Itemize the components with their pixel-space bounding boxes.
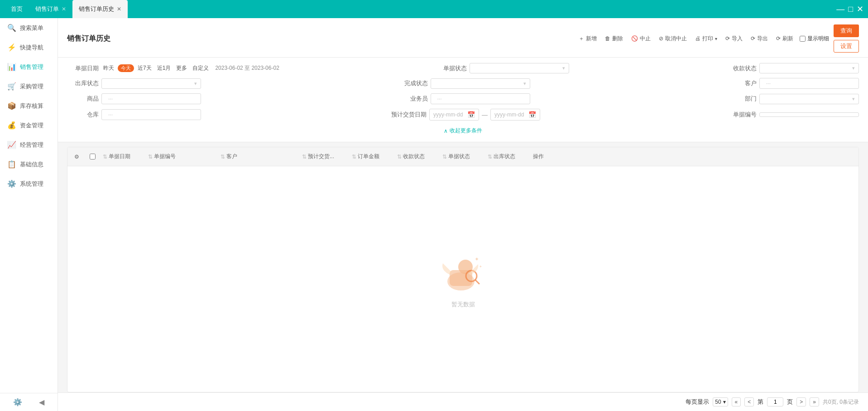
salesman-input[interactable]: ···: [431, 93, 530, 104]
th-no[interactable]: ⇅ 单据编号: [144, 151, 217, 162]
sidebar-collapse-icon[interactable]: ◀: [39, 398, 44, 406]
current-page-input[interactable]: [767, 397, 783, 406]
window-maximize-btn[interactable]: □: [848, 5, 853, 14]
stop-btn[interactable]: 🚫 中止: [629, 34, 652, 44]
stop-label: 中止: [640, 35, 651, 43]
receipt-status-select[interactable]: ▾: [759, 63, 859, 73]
date-btn-today[interactable]: 今天: [118, 64, 134, 72]
date-filter-label: 单据日期: [67, 64, 99, 73]
bill-no-input[interactable]: [759, 112, 859, 117]
th-action: 操作: [529, 151, 858, 162]
goods-input[interactable]: ···: [101, 93, 201, 104]
th-gear[interactable]: ⚙: [67, 152, 86, 162]
th-amount[interactable]: ⇅ 订单金额: [348, 151, 393, 162]
sidebar-item-operations[interactable]: 📈 经营管理: [0, 135, 58, 155]
tab-sales-order-label: 销售订单: [35, 5, 59, 13]
warehouse-ellipsis[interactable]: ···: [108, 111, 113, 118]
th-customer[interactable]: ⇅ 客户: [217, 151, 298, 162]
cancel-stop-btn[interactable]: ⊘ 取消中止: [657, 34, 689, 44]
sidebar-bottom: ⚙️ ◀: [0, 393, 58, 411]
sidebar-item-system[interactable]: ⚙️ 系统管理: [0, 174, 58, 193]
sort-icon-outstatus: ⇅: [488, 154, 492, 160]
select-all-checkbox[interactable]: [90, 154, 96, 160]
inventory-icon: 📦: [7, 102, 16, 110]
th-outstatus[interactable]: ⇅ 出库状态: [484, 151, 529, 162]
filter-area: 单据日期 昨天 今天 近7天 近1月 更多 自定义 2023-06-02 至 2…: [58, 58, 868, 142]
filter-row-1: 单据日期 昨天 今天 近7天 近1月 更多 自定义 2023-06-02 至 2…: [67, 63, 859, 73]
new-btn[interactable]: ＋ 新增: [577, 34, 599, 44]
tab-sales-order-history-label: 销售订单历史: [79, 5, 114, 13]
delivery-date-start[interactable]: yyyy-mm-dd 📅: [429, 109, 479, 121]
th-status[interactable]: ⇅ 单据状态: [439, 151, 484, 162]
refresh-btn[interactable]: ⟳ 刷新: [774, 34, 795, 44]
prev-page-btn[interactable]: <: [744, 397, 754, 406]
delete-icon: 🗑: [605, 35, 610, 42]
show-detail-checkbox-label[interactable]: 显示明细: [800, 35, 829, 43]
gear-settings-icon[interactable]: ⚙: [74, 154, 79, 160]
close-tab-sales-order[interactable]: ✕: [62, 6, 66, 12]
sidebar-item-operations-label: 经营管理: [20, 141, 43, 149]
sidebar-item-quick-nav[interactable]: ⚡ 快捷导航: [0, 38, 58, 57]
delivery-date-end[interactable]: yyyy-mm-dd 📅: [490, 109, 540, 121]
window-minimize-btn[interactable]: —: [836, 5, 844, 14]
import-btn[interactable]: ⟳ 导入: [724, 34, 744, 44]
customer-input[interactable]: ···: [759, 78, 859, 89]
delete-btn[interactable]: 🗑 删除: [603, 34, 625, 44]
complete-status-arrow: ▾: [523, 81, 526, 87]
complete-status-select[interactable]: ▾: [431, 78, 530, 89]
collapse-btn[interactable]: ∧ 收起更多条件: [67, 125, 859, 136]
page-size-select[interactable]: 50 ▾: [713, 397, 728, 406]
warehouse-input[interactable]: ···: [101, 109, 201, 120]
sidebar-item-system-label: 系统管理: [20, 180, 43, 188]
sidebar-item-finance[interactable]: 💰 资金管理: [0, 116, 58, 135]
sidebar-settings-icon[interactable]: ⚙️: [13, 398, 22, 406]
sidebar-item-search-menu[interactable]: 🔍 搜索菜单: [0, 18, 58, 38]
th-delivery[interactable]: ⇅ 预计交货...: [298, 151, 348, 162]
date-btn-yesterday[interactable]: 昨天: [101, 64, 116, 73]
date-btn-last1m[interactable]: 近1月: [155, 64, 173, 73]
cancel-stop-label: 取消中止: [665, 35, 687, 43]
th-customer-label: 客户: [226, 153, 237, 160]
sort-icon-date: ⇅: [103, 154, 107, 160]
sidebar-item-base[interactable]: 📋 基础信息: [0, 155, 58, 174]
tab-sales-order[interactable]: 销售订单 ✕: [29, 0, 72, 18]
dept-select[interactable]: ▾: [759, 94, 859, 104]
warehouse-filter-label: 仓库: [67, 111, 99, 119]
date-btn-custom[interactable]: 自定义: [191, 64, 211, 73]
customer-ellipsis[interactable]: ···: [766, 80, 771, 87]
sidebar-item-sales[interactable]: 📊 销售管理: [0, 57, 58, 77]
sidebar-item-finance-label: 资金管理: [20, 121, 43, 130]
bill-status-select[interactable]: ▾: [470, 63, 569, 73]
next-page-btn[interactable]: >: [796, 397, 806, 406]
salesman-ellipsis[interactable]: ···: [437, 96, 442, 102]
calendar-end-icon[interactable]: 📅: [528, 111, 536, 118]
print-btn[interactable]: 🖨 打印 ▾: [693, 34, 719, 44]
tab-home[interactable]: 首页: [5, 0, 29, 18]
th-checkbox[interactable]: [86, 152, 99, 161]
first-page-btn[interactable]: «: [732, 397, 741, 406]
sidebar-item-purchase[interactable]: 🛒 采购管理: [0, 77, 58, 96]
out-status-select[interactable]: ▾: [101, 78, 201, 89]
page-header: 销售订单历史 ＋ 新增 🗑 删除 🚫 中止 ⊘ 取消中止: [58, 18, 868, 58]
last-page-btn[interactable]: »: [810, 397, 819, 406]
dept-arrow: ▾: [852, 96, 855, 102]
sidebar-item-inventory[interactable]: 📦 库存核算: [0, 96, 58, 116]
delivery-date-group: yyyy-mm-dd 📅 — yyyy-mm-dd 📅: [429, 109, 540, 121]
th-date[interactable]: ⇅ 单据日期: [99, 151, 144, 162]
page-label-pre: 第: [758, 398, 763, 406]
filter-row-3: 商品 ··· 业务员 ··· 部门 ▾: [67, 93, 859, 104]
show-detail-checkbox[interactable]: [800, 36, 806, 42]
date-btn-more[interactable]: 更多: [174, 64, 189, 73]
window-close-btn[interactable]: ✕: [857, 4, 863, 14]
tab-sales-order-history[interactable]: 销售订单历史 ✕: [72, 0, 128, 18]
th-receipt[interactable]: ⇅ 收款状态: [393, 151, 439, 162]
goods-ellipsis[interactable]: ···: [108, 96, 113, 102]
setting-btn[interactable]: 设置: [834, 40, 859, 53]
toolbar: ＋ 新增 🗑 删除 🚫 中止 ⊘ 取消中止 🖨 打印: [577, 24, 859, 53]
date-btn-last7[interactable]: 近7天: [136, 64, 153, 73]
close-tab-sales-order-history[interactable]: ✕: [117, 6, 121, 12]
query-btn[interactable]: 查询: [834, 24, 859, 37]
export-btn[interactable]: ⟳ 导出: [749, 34, 770, 44]
calendar-start-icon[interactable]: 📅: [467, 111, 475, 118]
collapse-icon: ∧: [444, 128, 448, 134]
